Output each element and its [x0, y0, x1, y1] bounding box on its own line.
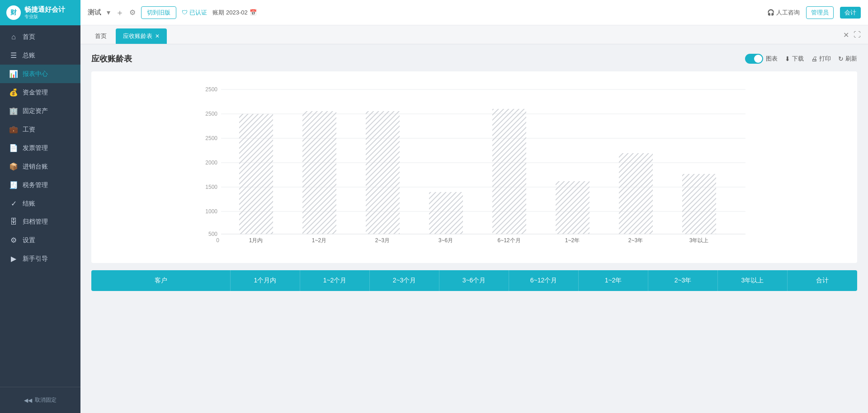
chart-toggle[interactable]: [745, 54, 763, 64]
admin-button[interactable]: 管理员: [806, 6, 834, 19]
nav-label-invoice: 发票管理: [23, 144, 48, 152]
sidebar-item-home[interactable]: ⌂ 首页: [0, 28, 80, 46]
table-header-0: 客户: [91, 270, 231, 291]
svg-text:2~3年: 2~3年: [628, 237, 643, 244]
main-content: 测试 ▾ ＋ ⚙ 切到旧版 🛡 已认证 账期 2023-02 📅 🎧 人工咨询 …: [80, 0, 868, 413]
topbar-settings-icon[interactable]: ⚙: [129, 8, 136, 17]
sidebar-item-closing[interactable]: ✓ 结账: [0, 194, 80, 213]
svg-text:0: 0: [216, 237, 219, 244]
cancel-fixed-button[interactable]: ◀◀ 取消固定: [0, 392, 80, 408]
nav-label-archive: 归档管理: [23, 218, 48, 226]
table-header-9: 合计: [788, 270, 857, 291]
svg-text:6~12个月: 6~12个月: [497, 237, 520, 244]
download-button[interactable]: ⬇ 下载: [785, 55, 804, 63]
refresh-label: 刷新: [845, 55, 857, 63]
bar-1-2年: [556, 181, 590, 234]
sidebar-item-reports[interactable]: 📊 报表中心: [0, 65, 80, 83]
tab-close-icon[interactable]: ✕: [155, 33, 160, 39]
sidebar-item-guide[interactable]: ▶ 新手引导: [0, 249, 80, 268]
svg-text:2000: 2000: [205, 160, 217, 166]
svg-text:2500: 2500: [205, 86, 217, 93]
print-label: 打印: [819, 55, 831, 63]
refresh-button[interactable]: ↻ 刷新: [838, 55, 857, 63]
nav-label-ledger: 总账: [23, 52, 35, 60]
consult-label: 人工咨询: [776, 9, 800, 17]
sidebar-item-funds[interactable]: 💰 资金管理: [0, 83, 80, 102]
tab-aging[interactable]: 应收账龄表 ✕: [116, 28, 167, 44]
shield-icon: 🛡: [182, 9, 188, 16]
sidebar-item-invoice[interactable]: 📄 发票管理: [0, 139, 80, 157]
consult-button[interactable]: 🎧 人工咨询: [767, 9, 800, 17]
nav-label-reports: 报表中心: [23, 70, 48, 78]
bar-2-3月: [366, 111, 400, 234]
logo-subtitle: 专业版: [24, 14, 65, 20]
period-display: 账期 2023-02 📅: [212, 9, 257, 17]
sidebar: 财 畅捷通好会计 专业版 ⌂ 首页 ☰ 总账 📊 报表中心 💰 资金管理 🏢 固…: [0, 0, 80, 413]
sidebar-item-archive[interactable]: 🗄 归档管理: [0, 213, 80, 231]
tab-close-button[interactable]: ✕: [843, 30, 849, 39]
page-header: 应收账龄表 图表 ⬇ 下载 🖨 打印 ↻ 刷新: [91, 53, 857, 64]
nav-icon-archive: 🗄: [9, 218, 18, 226]
tab-home[interactable]: 首页: [88, 28, 114, 44]
topbar-dropdown-icon[interactable]: ▾: [107, 8, 110, 17]
bar-3-6月: [429, 192, 463, 234]
tabs-bar: 首页 应收账龄表 ✕ ✕ ⛶: [80, 25, 868, 44]
svg-text:2500: 2500: [205, 135, 217, 141]
sidebar-nav: ⌂ 首页 ☰ 总账 📊 报表中心 💰 资金管理 🏢 固定资产 💼 工资 📄 发票…: [0, 25, 80, 387]
topbar-right: 🎧 人工咨询 管理员 会计: [767, 6, 861, 19]
sidebar-item-tax[interactable]: 🧾 税务管理: [0, 176, 80, 194]
sidebar-item-inventory[interactable]: 📦 进销台账: [0, 157, 80, 176]
nav-icon-reports: 📊: [9, 70, 18, 78]
nav-icon-guide: ▶: [9, 254, 18, 263]
bar-2-3年: [619, 153, 653, 234]
nav-label-payroll: 工资: [23, 126, 35, 134]
nav-icon-home: ⌂: [9, 33, 18, 41]
logo-title: 畅捷通好会计: [24, 5, 65, 14]
nav-label-fixed_assets: 固定资产: [23, 107, 48, 115]
period-value: 2023-02: [226, 9, 248, 16]
table-header-3: 2~3个月: [370, 270, 439, 291]
nav-icon-fixed_assets: 🏢: [9, 107, 18, 115]
page-content: 应收账龄表 图表 ⬇ 下载 🖨 打印 ↻ 刷新: [80, 44, 868, 413]
chart-toggle-area: 图表: [745, 54, 778, 64]
nav-icon-inventory: 📦: [9, 162, 18, 171]
account-button[interactable]: 会计: [840, 7, 861, 19]
headset-icon: 🎧: [767, 9, 774, 16]
tab-expand-button[interactable]: ⛶: [854, 30, 861, 39]
table-header: 客户1个月内1~2个月2~3个月3~6个月6~12个月1~2年2~3年3年以上合…: [91, 270, 857, 291]
sidebar-bottom: ◀◀ 取消固定: [0, 387, 80, 413]
download-label: 下载: [792, 55, 804, 63]
topbar: 测试 ▾ ＋ ⚙ 切到旧版 🛡 已认证 账期 2023-02 📅 🎧 人工咨询 …: [80, 0, 868, 25]
svg-text:1000: 1000: [205, 208, 217, 215]
svg-text:1月内: 1月内: [249, 237, 263, 244]
cancel-fixed-label: 取消固定: [35, 396, 57, 404]
certified-label: 已认证: [189, 9, 207, 17]
page-actions: 图表 ⬇ 下载 🖨 打印 ↻ 刷新: [745, 54, 857, 64]
table-header-2: 1~2个月: [300, 270, 370, 291]
chart-svg-wrapper: 2500 2500 2500 2000 1500 1000 500 0: [100, 80, 848, 254]
sidebar-item-fixed_assets[interactable]: 🏢 固定资产: [0, 102, 80, 120]
print-button[interactable]: 🖨 打印: [811, 55, 831, 63]
calendar-icon[interactable]: 📅: [250, 9, 257, 16]
nav-label-tax: 税务管理: [23, 181, 48, 189]
table-header-1: 1个月内: [231, 270, 300, 291]
sidebar-item-settings[interactable]: ⚙ 设置: [0, 231, 80, 249]
bar-1月内: [239, 114, 273, 234]
svg-text:2~3月: 2~3月: [375, 237, 390, 244]
sidebar-item-ledger[interactable]: ☰ 总账: [0, 46, 80, 65]
nav-icon-ledger: ☰: [9, 51, 18, 60]
period-label: 账期: [212, 9, 224, 17]
sidebar-item-payroll[interactable]: 💼 工资: [0, 120, 80, 139]
switch-version-button[interactable]: 切到旧版: [141, 6, 176, 19]
svg-text:3年以上: 3年以上: [689, 237, 709, 244]
chart-toggle-label: 图表: [766, 55, 778, 63]
nav-label-inventory: 进销台账: [23, 163, 48, 171]
topbar-add-icon[interactable]: ＋: [116, 7, 124, 18]
page-title: 应收账龄表: [91, 53, 745, 64]
table-header-6: 1~2年: [579, 270, 648, 291]
svg-text:3~6月: 3~6月: [439, 237, 453, 244]
nav-label-settings: 设置: [23, 236, 35, 244]
nav-label-home: 首页: [23, 33, 35, 41]
topbar-title: 测试: [88, 8, 101, 17]
svg-text:1~2月: 1~2月: [312, 237, 326, 244]
